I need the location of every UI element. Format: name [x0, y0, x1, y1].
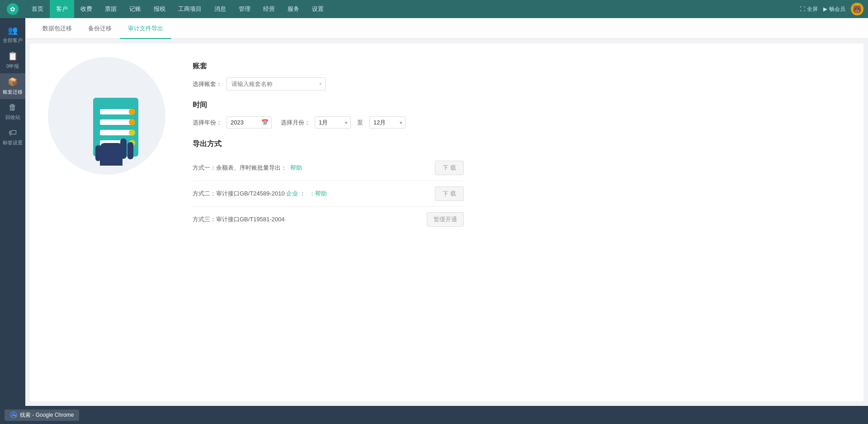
account-select-wrapper[interactable]: ▾ — [226, 77, 326, 91]
method-2-label: 方式二：审计接口GB/T24589-2010 企业 ： ：帮助 — [193, 190, 327, 198]
tag-icon: 🏷 — [9, 128, 17, 138]
zero-declare-icon: 📋 — [8, 51, 18, 61]
month-end-wrapper[interactable]: 1月2月3月4月 5月6月7月8月 9月10月11月12月 — [369, 116, 406, 129]
migrate-icon: 📦 — [8, 77, 18, 87]
export-section: 导出方式 方式一：余额表、序时账批量导出： 帮助 下 载 — [193, 139, 464, 232]
export-method-3: 方式三：审计接口GB/T19581-2004 暂缓开通 — [193, 207, 464, 232]
calendar-icon[interactable]: 📅 — [259, 117, 271, 128]
year-label: 选择年份： — [193, 119, 222, 127]
avatar[interactable]: 🐻 — [851, 3, 863, 15]
nav-item-charge[interactable]: 收费 — [74, 0, 99, 18]
svg-rect-15 — [95, 145, 101, 161]
month-end-select[interactable]: 1月2月3月4月 5月6月7月8月 9月10月11月12月 — [370, 117, 401, 128]
svg-rect-12 — [100, 143, 123, 166]
sidebar-item-tag-settings[interactable]: 🏷 标签设置 — [0, 124, 25, 150]
top-nav-right: ⛶ 全屏 ▶ 畅会员 🐻 — [800, 3, 863, 15]
tab-data-migrate[interactable]: 数据包迁移 — [34, 19, 80, 39]
main-content: 账套 选择账套： ▾ 时间 选择年份： 📅 — [30, 43, 863, 401]
nav-item-invoice[interactable]: 票据 — [99, 0, 123, 18]
nav-item-client[interactable]: 客户 — [50, 0, 74, 18]
app-logo: ✿ — [5, 1, 21, 17]
nav-item-manage[interactable]: 管理 — [232, 0, 257, 18]
nav-item-message[interactable]: 消息 — [208, 0, 232, 18]
svg-rect-13 — [120, 138, 127, 159]
sidebar-item-recycle[interactable]: 🗑 回收站 — [0, 99, 25, 124]
method-1-text: 方式一：余额表、序时账批量导出： — [193, 164, 287, 171]
export-method-2: 方式二：审计接口GB/T24589-2010 企业 ： ：帮助 下 载 — [193, 181, 464, 207]
method-2-text: 方式二：审计接口GB/T24589-2010 — [193, 190, 285, 197]
method-1-label: 方式一：余额表、序时账批量导出： 帮助 — [193, 164, 302, 172]
fullscreen-icon: ⛶ — [800, 6, 805, 12]
sidebar-item-label: 标签设置 — [3, 139, 23, 146]
method-2-help-link[interactable]: ：帮助 — [309, 190, 327, 197]
illustration-circle — [48, 57, 165, 175]
method-1-help-link[interactable]: 帮助 — [290, 164, 302, 171]
nav-item-business[interactable]: 工商项目 — [172, 0, 208, 18]
fullscreen-label: 全屏 — [807, 5, 818, 13]
content-area: 数据包迁移 备份迁移 审计文件导出 — [25, 18, 868, 406]
svg-point-17 — [12, 414, 15, 416]
method-3-open-button[interactable]: 暂缓开通 — [427, 212, 464, 227]
method-2-help-prefix: ： — [300, 190, 306, 197]
content-inner: 账套 选择账套： ▾ 时间 选择年份： 📅 — [48, 57, 845, 232]
dropdown-arrow-icon[interactable]: ▾ — [316, 78, 326, 90]
time-section-title: 时间 — [193, 100, 464, 110]
method-2-company-link[interactable]: 企业 — [286, 190, 298, 197]
year-input-wrapper: 📅 — [226, 116, 272, 129]
year-input[interactable] — [227, 117, 259, 128]
fullscreen-button[interactable]: ⛶ 全屏 — [800, 5, 818, 13]
account-section-title: 账套 — [193, 62, 464, 71]
left-sidebar: 👥 全部客户 📋 0申报 📦 账套迁移 🗑 回收站 🏷 标签设置 — [0, 18, 25, 406]
recycle-icon: 🗑 — [9, 103, 17, 112]
svg-point-8 — [129, 119, 135, 125]
taskbar-item-label: 线索 - Google Chrome — [20, 411, 74, 419]
nav-item-settings[interactable]: 设置 — [306, 0, 330, 18]
nav-item-tax[interactable]: 报税 — [147, 0, 172, 18]
export-section-title: 导出方式 — [193, 139, 464, 149]
svg-rect-14 — [127, 142, 133, 159]
sidebar-item-label: 账套迁移 — [3, 89, 23, 95]
sidebar-item-all-clients[interactable]: 👥 全部客户 — [0, 22, 25, 48]
sidebar-item-label: 全部客户 — [3, 37, 23, 44]
illustration-container — [48, 57, 165, 175]
chrome-icon — [10, 411, 17, 419]
nav-item-service[interactable]: 服务 — [281, 0, 306, 18]
svg-rect-5 — [100, 130, 132, 135]
sidebar-item-zero-declare[interactable]: 📋 0申报 — [0, 48, 25, 73]
account-label: 选择账套： — [193, 80, 222, 88]
month-start-select[interactable]: 1月2月3月4月 5月6月7月8月 9月10月11月12月 — [315, 117, 347, 128]
export-method-1: 方式一：余额表、序时账批量导出： 帮助 下 载 — [193, 155, 464, 181]
month-label: 选择月份： — [281, 119, 310, 127]
nav-item-operation[interactable]: 经营 — [257, 0, 281, 18]
sidebar-item-account-migrate[interactable]: 📦 账套迁移 — [0, 73, 25, 99]
svg-point-7 — [129, 109, 135, 115]
account-form-row: 选择账套： ▾ — [193, 77, 464, 91]
nav-item-home[interactable]: 首页 — [25, 0, 50, 18]
month-start-wrapper[interactable]: 1月2月3月4月 5月6月7月8月 9月10月11月12月 — [315, 116, 351, 129]
method-3-label: 方式三：审计接口GB/T19581-2004 — [193, 215, 285, 224]
member-label: 畅会员 — [829, 5, 845, 13]
svg-text:✿: ✿ — [10, 5, 15, 13]
tab-backup-migrate[interactable]: 备份迁移 — [80, 19, 120, 39]
sidebar-item-label: 0申报 — [6, 63, 19, 70]
account-input[interactable] — [227, 78, 316, 90]
nav-items: 首页 客户 收费 票据 记账 报税 工商项目 消息 管理 经营 服务 设置 — [25, 0, 800, 18]
member-button[interactable]: ▶ 畅会员 — [823, 5, 845, 13]
taskbar-chrome-item[interactable]: 线索 - Google Chrome — [5, 410, 79, 421]
nav-item-bookkeeping[interactable]: 记账 — [123, 0, 147, 18]
tabs-bar: 数据包迁移 备份迁移 审计文件导出 — [25, 18, 868, 39]
all-clients-icon: 👥 — [8, 25, 18, 35]
svg-line-20 — [11, 415, 13, 416]
method-1-download-button[interactable]: 下 载 — [435, 161, 464, 175]
method-2-download-button[interactable]: 下 载 — [435, 186, 464, 201]
tab-audit-export[interactable]: 审计文件导出 — [120, 19, 171, 39]
to-label: 至 — [357, 119, 363, 127]
video-icon: ▶ — [823, 6, 827, 12]
form-area: 账套 选择账套： ▾ 时间 选择年份： 📅 — [193, 57, 464, 232]
svg-point-9 — [129, 129, 135, 136]
svg-rect-4 — [100, 119, 132, 125]
top-nav: ✿ 首页 客户 收费 票据 记账 报税 工商项目 消息 管理 经营 服务 设置 … — [0, 0, 868, 18]
main-layout: 👥 全部客户 📋 0申报 📦 账套迁移 🗑 回收站 🏷 标签设置 数据包迁移 备… — [0, 18, 868, 406]
svg-line-19 — [15, 415, 17, 416]
svg-rect-3 — [100, 109, 132, 114]
